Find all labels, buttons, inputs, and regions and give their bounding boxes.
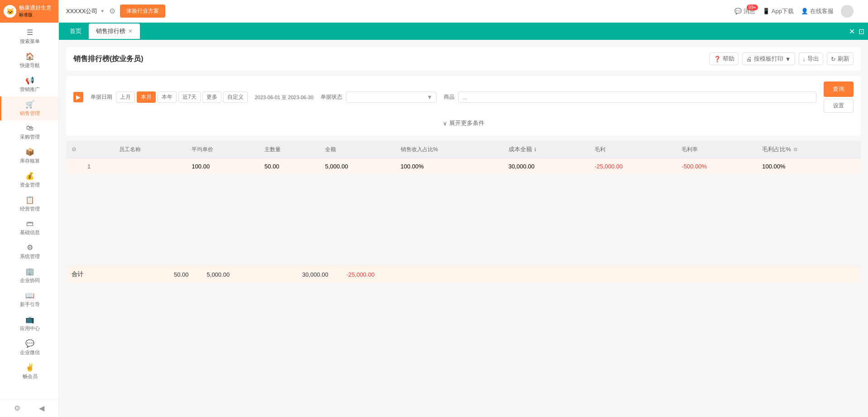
- date-btn-current-month[interactable]: 本月: [137, 91, 156, 103]
- date-btn-more[interactable]: 更多: [202, 91, 221, 103]
- app-label: App下载: [772, 7, 794, 15]
- window-maximize-icon[interactable]: ⊡: [858, 27, 864, 36]
- date-btn-current-year[interactable]: 本年: [158, 91, 177, 103]
- cost-info-icon[interactable]: ℹ: [534, 147, 536, 152]
- sidebar-item-app-center[interactable]: 📺 应用中心: [0, 312, 58, 336]
- sidebar-footer: ⚙ ◀: [0, 399, 58, 417]
- date-btn-7days[interactable]: 近7天: [178, 91, 201, 103]
- message-icon: 💬: [734, 8, 742, 14]
- sidebar-item-guide[interactable]: 📖 新手引导: [0, 288, 58, 312]
- tab-home[interactable]: 首页: [62, 24, 89, 39]
- system-icon: ⚙: [27, 243, 33, 252]
- tab-sales-ranking[interactable]: 销售排行榜 ✕: [89, 24, 140, 39]
- trial-btn[interactable]: 体验行业方案: [120, 5, 165, 18]
- sidebar-item-member[interactable]: ✌ 畅会员: [0, 359, 58, 383]
- row-sales-pct: 100.00%: [395, 158, 503, 175]
- app-download-button[interactable]: 📱 App下载: [762, 7, 794, 15]
- help-button[interactable]: ❓ 帮助: [710, 53, 739, 65]
- online-support-button[interactable]: 👤 在线客服: [801, 7, 834, 15]
- row-rank: 1: [82, 158, 114, 175]
- tab-home-label: 首页: [70, 27, 82, 35]
- row-avg-price: 100.00: [186, 158, 259, 175]
- sidebar-item-inventory[interactable]: 📦 库存核算: [0, 144, 58, 168]
- sidebar-collapse-button[interactable]: ◀: [39, 404, 44, 412]
- sidebar-item-enterprise[interactable]: 🏢 企业协同: [0, 264, 58, 288]
- support-icon: 👤: [801, 8, 808, 14]
- tabbar: 首页 销售排行榜 ✕ ✕ ⊡: [59, 23, 868, 40]
- sidebar-item-label: 应用中心: [20, 325, 40, 332]
- col-sales-pct: 销售收入占比%: [395, 141, 503, 158]
- sidebar-item-marketing[interactable]: 📢 营销推广: [0, 72, 58, 96]
- finance-icon: 💰: [25, 172, 34, 180]
- date-range-display: 2023-06-01 至 2023-06-30: [255, 94, 314, 101]
- status-select[interactable]: ▼: [346, 91, 436, 103]
- print-button[interactable]: 🖨 按模板打印 ▼: [742, 53, 795, 65]
- window-close-icon[interactable]: ✕: [849, 27, 855, 36]
- sidebar-item-label: 企业微信: [20, 349, 40, 356]
- topbar-gear-icon[interactable]: ⚙: [109, 7, 115, 15]
- sidebar-item-label: 经营管理: [20, 206, 40, 212]
- table-area: ⚙ 员工名称 平均单价 主数量 全额 销售收入占比% 成本全额 ℹ 毛利 毛利率: [66, 141, 861, 175]
- empty-space: [66, 175, 861, 265]
- sidebar-item-label: 基础信息: [20, 229, 40, 236]
- sidebar-item-base-info[interactable]: 🗃 基础信息: [0, 216, 58, 240]
- col-settings[interactable]: ⚙: [66, 141, 82, 158]
- print-label: 按模板打印: [754, 55, 783, 63]
- row-settings: [66, 158, 82, 175]
- logo-title: 畅康通好生意: [19, 5, 52, 12]
- sidebar-item-label: 库存核算: [20, 158, 40, 164]
- sidebar-item-label: 营销推广: [20, 86, 40, 93]
- sidebar-item-system-mgmt[interactable]: ⚙ 系统管理: [0, 240, 58, 264]
- purchase-icon: 🛍: [26, 124, 34, 132]
- sidebar-item-search-order[interactable]: ☰ 搜索菜单: [0, 24, 58, 48]
- col-gross-rate: 毛利率: [676, 141, 757, 158]
- footer-gross: -25,000.00: [346, 271, 374, 278]
- export-icon: ↓: [803, 56, 806, 62]
- filter-collapse-btn[interactable]: ▶: [73, 92, 83, 102]
- topbar: XXXXX公司 ▼ ⚙ 体验行业方案 💬 消息 99+ 📱 App下载 👤 在线…: [59, 0, 868, 23]
- goods-filter: 商品 ...: [444, 91, 816, 103]
- date-btn-custom[interactable]: 自定义: [223, 91, 248, 103]
- col-gross: 毛利: [589, 141, 676, 158]
- row-qty: 50.00: [259, 158, 320, 175]
- settings-button[interactable]: 设置: [824, 99, 854, 113]
- sidebar-item-purchase-mgmt[interactable]: 🛍 采购管理: [0, 120, 58, 144]
- message-badge: 99+: [747, 5, 758, 10]
- user-avatar[interactable]: [841, 5, 854, 18]
- refresh-button[interactable]: ↻ 刷新: [827, 53, 854, 65]
- tab-close-icon[interactable]: ✕: [128, 28, 133, 34]
- gross-pct-info-icon[interactable]: ⚙: [793, 147, 798, 152]
- support-label: 在线客服: [810, 7, 834, 15]
- sidebar-item-wechat[interactable]: 💬 企业微信: [0, 336, 58, 359]
- sidebar-settings-button[interactable]: ⚙: [14, 404, 20, 412]
- col-avg-price: 平均单价: [186, 141, 259, 158]
- date-btn-prev-month[interactable]: 上月: [116, 91, 135, 103]
- enterprise-icon: 🏢: [25, 267, 34, 276]
- date-buttons: 上月 本月 本年 近7天 更多 自定义: [116, 91, 248, 103]
- marketing-icon: 📢: [25, 76, 34, 85]
- company-selector[interactable]: XXXXX公司 ▼: [66, 7, 105, 15]
- sidebar-item-sales-mgmt[interactable]: 🛒 销售管理: [0, 96, 58, 120]
- row-name: [114, 158, 187, 175]
- sales-icon: 🛒: [25, 100, 34, 109]
- sidebar-item-quick-nav[interactable]: 🏠 快捷导航: [0, 48, 58, 72]
- status-dropdown-icon: ▼: [427, 94, 432, 101]
- member-icon: ✌: [25, 363, 34, 372]
- sidebar-nav: ☰ 搜索菜单 🏠 快捷导航 📢 营销推广 🛒 销售管理 🛍 采购管理 📦 库存核…: [0, 23, 58, 399]
- col-gross-pct: 毛利占比% ⚙: [757, 141, 861, 158]
- help-label: 帮助: [723, 55, 734, 63]
- operations-icon: 📋: [25, 196, 34, 204]
- export-button[interactable]: ↓ 导出: [799, 53, 824, 65]
- goods-input[interactable]: ...: [458, 91, 816, 103]
- main-area: XXXXX公司 ▼ ⚙ 体验行业方案 💬 消息 99+ 📱 App下载 👤 在线…: [59, 0, 868, 417]
- footer-label: 合计: [72, 270, 83, 278]
- message-button[interactable]: 💬 消息 99+: [734, 7, 755, 15]
- expand-more-button[interactable]: ∨ 展开更多条件: [73, 116, 854, 130]
- row-gross-rate: -500.00%: [676, 158, 757, 175]
- sidebar-item-operations[interactable]: 📋 经营管理: [0, 192, 58, 216]
- query-button[interactable]: 查询: [824, 81, 854, 97]
- sidebar-item-finance[interactable]: 💰 资金管理: [0, 168, 58, 192]
- app-icon: 📱: [762, 8, 770, 14]
- help-icon: ❓: [714, 56, 721, 62]
- col-qty: 主数量: [259, 141, 320, 158]
